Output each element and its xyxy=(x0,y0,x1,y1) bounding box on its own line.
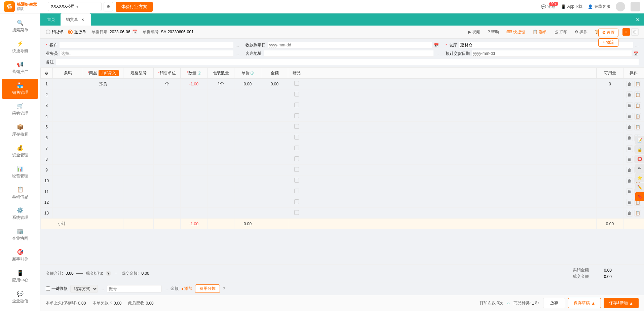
cell-spec-1[interactable] xyxy=(123,79,154,89)
delete-icon-9[interactable]: 🗑 xyxy=(626,167,633,173)
sidebar-item-system[interactable]: ⚙️ 系统管理 xyxy=(2,204,38,224)
table-wrapper[interactable]: ⚙ 条码 *商品 扫码录入 规格型号 *销售单位 *数量 ⓘ 包装数量 xyxy=(40,68,644,264)
account-input[interactable] xyxy=(107,285,162,293)
customer-dots[interactable]: ... xyxy=(235,43,239,48)
delete-icon-8[interactable]: 🗑 xyxy=(626,156,633,163)
delete-icon-7[interactable]: 🗑 xyxy=(626,145,633,152)
sidebar-item-finance[interactable]: 💰 资金管理 xyxy=(2,141,38,161)
settings-button[interactable]: ⚙ 设置 xyxy=(598,29,618,37)
delete-icon-10[interactable]: 🗑 xyxy=(626,178,633,184)
float-btn-4[interactable]: ✏ xyxy=(635,164,644,173)
sidebar-item-inventory[interactable]: 📦 库存核算 xyxy=(2,120,38,141)
discard-button[interactable]: 放弃 xyxy=(543,298,565,308)
delivery-date-input[interactable] xyxy=(472,50,632,57)
delete-icon-1[interactable]: 🗑 xyxy=(626,81,633,87)
pick-btn[interactable]: 📋 选单 xyxy=(531,29,549,36)
radio-sales-order[interactable]: 销货单 xyxy=(46,29,64,35)
addr-dots[interactable]: ... xyxy=(435,51,439,56)
print-btn[interactable]: 🖨 打印 xyxy=(552,29,569,36)
sidebar-item-base[interactable]: 📋 基础信息 xyxy=(2,183,38,203)
total-owe-help-icon[interactable]: ? xyxy=(110,301,112,306)
delete-icon-4[interactable]: 🗑 xyxy=(626,113,633,120)
system-icon: ⚙️ xyxy=(17,207,24,213)
due-date-calendar-icon[interactable]: 📅 xyxy=(434,43,439,48)
add-payment-button[interactable]: ● 添加 xyxy=(181,286,192,291)
copy-icon-2[interactable]: 📋 xyxy=(634,91,641,98)
delivery-calendar-icon[interactable]: 📅 xyxy=(634,51,639,56)
video-btn[interactable]: ▶ 视频 xyxy=(466,29,482,36)
shortcuts-btn[interactable]: ⌨ 快捷键 xyxy=(504,29,527,36)
float-btn-6[interactable]: ✏️ xyxy=(635,183,644,192)
avatar[interactable] xyxy=(616,2,625,11)
float-btn-2[interactable]: 🔒 xyxy=(635,145,644,154)
help-icon[interactable]: ? xyxy=(106,271,111,276)
sidebar-item-purchase[interactable]: 🛒 采购管理 xyxy=(2,100,38,120)
one-click-pay-checkbox[interactable]: 一键收款 xyxy=(46,286,68,291)
notes-input[interactable] xyxy=(56,59,639,65)
tab-bar-close-button[interactable]: ✕ xyxy=(632,16,644,23)
tab-close-icon[interactable]: ✕ xyxy=(80,17,85,22)
sidebar-item-sales[interactable]: 🏪 销售管理 xyxy=(2,79,38,99)
cell-gift-1[interactable] xyxy=(288,79,305,89)
save-draft-button[interactable]: 保存草稿 ▲ xyxy=(568,298,601,308)
settlement-dots[interactable]: ... xyxy=(101,286,104,291)
list-view-btn[interactable]: ≡ xyxy=(622,28,630,36)
float-btn-7[interactable]: 🔖 xyxy=(635,192,644,201)
delete-icon-11[interactable]: 🗑 xyxy=(626,188,633,195)
customer-field: * 客户 ... xyxy=(46,42,239,48)
app-download-button[interactable]: 📱 App下载 xyxy=(561,4,582,9)
sidebar-item-apps[interactable]: 📱 应用中心 xyxy=(2,266,38,286)
warehouse-dots[interactable]: ... xyxy=(635,43,639,48)
ops-btn[interactable]: ⚙ 操作 xyxy=(573,29,590,36)
user-menu[interactable] xyxy=(631,2,640,11)
delete-icon-6[interactable]: 🗑 xyxy=(626,134,633,141)
settlement-method-select[interactable]: 结算方式 xyxy=(70,285,98,293)
sidebar-item-shortcut[interactable]: ⚡ 快捷导航 xyxy=(2,37,38,57)
calendar-icon[interactable]: 📅 xyxy=(132,30,137,34)
fee-split-button[interactable]: 费用分摊 xyxy=(195,284,220,293)
delete-icon-3[interactable]: 🗑 xyxy=(626,102,633,109)
salesperson-dots[interactable]: ... xyxy=(235,51,239,56)
messages-button[interactable]: 💬 消息 99+ xyxy=(541,4,556,9)
copy-icon-1[interactable]: 📋 xyxy=(634,81,641,87)
customer-input[interactable] xyxy=(60,42,234,48)
grid-view-btn[interactable]: ⊞ xyxy=(631,28,639,36)
tab-sales-order[interactable]: 销货单 ✕ xyxy=(61,13,91,26)
sidebar-item-member[interactable]: 👑 畅会员 xyxy=(2,308,38,311)
delete-icon-2[interactable]: 🗑 xyxy=(626,91,633,98)
float-btn-5[interactable]: ⭐ xyxy=(635,173,644,182)
copy-icon-3[interactable]: 📋 xyxy=(634,102,641,109)
sidebar-item-marketing[interactable]: 📢 营销推广 xyxy=(2,58,38,78)
float-btn-1[interactable]: 📝 xyxy=(635,136,644,145)
account-dots[interactable]: ... xyxy=(164,286,168,291)
salesperson-input[interactable] xyxy=(60,50,233,57)
sidebar-item-enterprise[interactable]: 🏢 企业协同 xyxy=(2,225,38,245)
save-new-button[interactable]: 保存&新增 ▲ xyxy=(604,298,639,308)
copy-icon-13[interactable]: 📋 xyxy=(634,210,641,217)
customer-addr-input[interactable] xyxy=(264,50,433,57)
sidebar-item-guide[interactable]: 🎯 新手引导 xyxy=(2,245,38,266)
online-support-button[interactable]: 👤 在线客服 xyxy=(588,4,610,9)
settings-icon[interactable]: ⚙ xyxy=(104,2,113,11)
cell-barcode-1[interactable] xyxy=(53,79,83,89)
logistics-button[interactable]: + 物流 xyxy=(598,38,618,47)
col-header-settings[interactable]: ⚙ xyxy=(41,68,53,79)
copy-icon-5[interactable]: 📋 xyxy=(634,124,641,130)
fee-help-icon[interactable]: ? xyxy=(223,286,225,291)
delete-icon-5[interactable]: 🗑 xyxy=(626,124,633,130)
radio-return-order[interactable]: 退货单 xyxy=(68,29,86,35)
tab-home[interactable]: 首页 xyxy=(42,13,61,26)
one-click-pay-input[interactable] xyxy=(46,286,50,291)
sidebar-item-wechat[interactable]: 💬 企业微信 xyxy=(2,287,38,307)
sidebar-item-operations[interactable]: 📊 经营管理 xyxy=(2,162,38,182)
sidebar-item-search[interactable]: 🔍 搜索菜单 xyxy=(2,16,38,36)
company-selector[interactable]: XXXXXX公司 ▾ xyxy=(48,2,102,11)
delete-icon-13[interactable]: 🗑 xyxy=(626,210,633,217)
float-btn-3[interactable]: ⭕ xyxy=(635,155,644,163)
trial-button[interactable]: 体验行业方案 xyxy=(116,2,153,12)
copy-icon-4[interactable]: 📋 xyxy=(634,113,641,120)
help-btn[interactable]: ? 帮助 xyxy=(486,29,501,36)
delete-icon-12[interactable]: 🗑 xyxy=(626,199,633,206)
scan-button[interactable]: 扫码录入 xyxy=(99,70,119,76)
due-date-input[interactable] xyxy=(268,42,431,48)
